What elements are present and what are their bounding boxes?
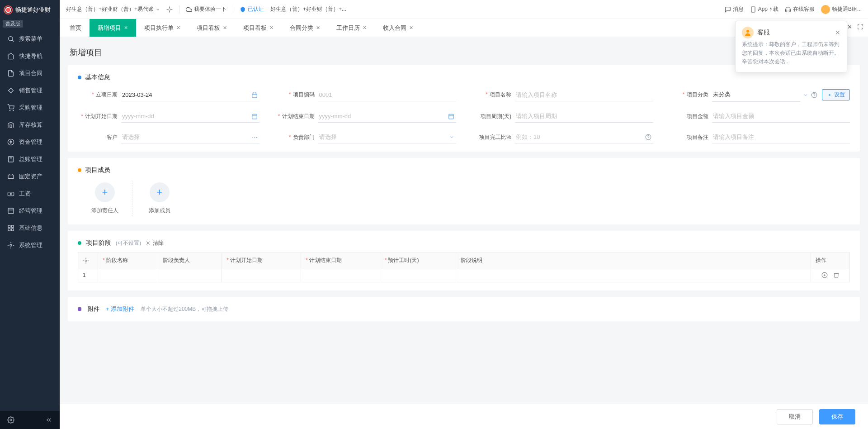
svg-rect-16 [8, 225, 10, 228]
classify-settings-button[interactable]: 设置 [822, 89, 850, 100]
tab-7[interactable]: 收入合同✕ [375, 19, 421, 37]
cert-badge[interactable]: 已认证 [240, 5, 264, 13]
cell-name[interactable] [98, 268, 158, 282]
app-download-label: App下载 [758, 5, 778, 13]
row-delete-button[interactable] [833, 272, 840, 278]
sidebar-item-8[interactable]: 固定资产 [0, 168, 60, 185]
headset-icon [785, 6, 791, 13]
period-input[interactable] [515, 110, 653, 123]
plan-start-input[interactable] [121, 110, 259, 123]
tab-4[interactable]: 项目看板✕ [235, 19, 282, 37]
row-add-button[interactable] [821, 272, 828, 278]
sidebar-item-6[interactable]: 资金管理 [0, 133, 60, 151]
cell-hours[interactable] [380, 268, 456, 282]
tab-label: 项目看板 [243, 24, 267, 32]
svg-point-2 [9, 110, 10, 110]
cancel-button[interactable]: 取消 [777, 409, 813, 424]
sidebar-item-label: 搜索菜单 [19, 35, 42, 43]
save-button[interactable]: 保存 [819, 409, 855, 424]
product-combo-dropdown[interactable]: 好生意（普）+好业财（普）+易代账 [66, 5, 160, 13]
dept-input[interactable] [318, 131, 457, 143]
sidebar-item-1[interactable]: 快捷导航 [0, 48, 60, 65]
classify-settings-label: 设置 [834, 91, 845, 99]
tab-label: 项目执行单 [144, 24, 174, 32]
product-combo-short: 好生意（普）+好业财（普）+... [270, 5, 346, 13]
tab-close-icon[interactable]: ✕ [269, 25, 274, 31]
sidebar-item-12[interactable]: 系统管理 [0, 237, 60, 254]
sidebar-item-4[interactable]: 采购管理 [0, 99, 60, 116]
row-num: 1 [78, 268, 98, 282]
sidebar-item-9[interactable]: 工资 [0, 185, 60, 202]
tab-2[interactable]: 项目执行单✕ [136, 19, 189, 37]
th-hours: 预计工时(天) [380, 253, 456, 268]
sidebar-item-7[interactable]: 总账管理 [0, 151, 60, 168]
gear-icon [83, 257, 89, 264]
tab-close-icon[interactable]: ✕ [176, 25, 180, 31]
amount-input[interactable] [712, 110, 850, 123]
tab-close-icon[interactable]: ✕ [223, 25, 227, 31]
progress-input[interactable] [515, 131, 653, 143]
tab-0[interactable]: 首页 [61, 19, 90, 37]
divider [233, 5, 233, 14]
sidebar-item-2[interactable]: 项目合同 [0, 65, 60, 82]
section-dot-icon [78, 76, 81, 79]
message-button[interactable]: 消息 [725, 5, 744, 13]
tab-6[interactable]: 工作日历✕ [328, 19, 375, 37]
online-service-button[interactable]: 在线客服 [785, 5, 815, 13]
tab-3[interactable]: 项目看板✕ [189, 19, 235, 37]
svg-rect-14 [8, 208, 14, 214]
content-scroll[interactable]: 新增项目 基本信息 立项日期 [60, 37, 868, 404]
tab-close-icon[interactable]: ✕ [124, 25, 128, 31]
service-popup-title: 客服 [757, 29, 770, 37]
tab-label: 工作日历 [336, 24, 360, 32]
classify-value: 未分类 [713, 91, 731, 98]
cell-owner[interactable] [158, 268, 222, 282]
help-icon[interactable] [811, 92, 817, 98]
tab-close-icon[interactable]: ✕ [316, 25, 320, 31]
plan-end-label: 计划结束日期 [275, 113, 315, 120]
service-popup-close[interactable]: ✕ [835, 29, 840, 36]
app-download-button[interactable]: App下载 [750, 5, 778, 13]
plan-end-input[interactable] [318, 110, 457, 123]
online-service-label: 在线客服 [793, 5, 815, 13]
svg-rect-19 [8, 229, 10, 231]
add-owner-button[interactable]: + [95, 182, 115, 202]
user-menu[interactable]: 畅捷通B组... [821, 5, 862, 14]
cell-end[interactable] [301, 268, 380, 282]
name-input[interactable] [515, 89, 653, 101]
sidebar-item-0[interactable]: 搜索菜单 [0, 30, 60, 48]
customer-label: 客户 [78, 133, 118, 141]
gear-icon [7, 242, 14, 249]
tab-5[interactable]: 合同分类✕ [282, 19, 328, 37]
stages-clear-button[interactable]: 清除 [146, 239, 164, 247]
expand-icon[interactable] [855, 22, 865, 32]
table-gear-header[interactable] [78, 253, 98, 268]
classify-select[interactable]: 未分类 [712, 88, 801, 102]
sidebar-item-3[interactable]: 销售管理 [0, 82, 60, 99]
sidebar-item-label: 经营管理 [19, 207, 42, 215]
cell-desc[interactable] [456, 268, 811, 282]
add-owner-label: 添加责任人 [91, 207, 118, 214]
gear-icon [827, 92, 832, 98]
sidebar-item-11[interactable]: 基础信息 [0, 219, 60, 237]
cell-start[interactable] [222, 268, 301, 282]
customer-input[interactable] [121, 131, 259, 143]
trial-link[interactable]: 我要体验一下 [186, 5, 226, 13]
tab-close-icon[interactable]: ✕ [363, 25, 367, 31]
attach-title: 附件 [88, 305, 99, 313]
remark-input[interactable] [712, 131, 850, 143]
sidebar-menu: 搜索菜单快捷导航项目合同销售管理采购管理库存核算资金管理总账管理固定资产工资经营… [0, 30, 60, 411]
date-create-input[interactable] [121, 89, 259, 101]
settings-icon[interactable] [7, 416, 14, 424]
sidebar-item-5[interactable]: 库存核算 [0, 116, 60, 133]
add-member-button[interactable]: + [150, 182, 170, 202]
members-header: 项目成员 [78, 166, 850, 174]
code-input[interactable] [318, 89, 457, 101]
divider [179, 5, 179, 14]
attach-add-button[interactable]: + 添加附件 [106, 305, 134, 313]
settings-gear-icon[interactable] [166, 6, 173, 13]
tab-close-icon[interactable]: ✕ [409, 25, 413, 31]
sidebar-item-10[interactable]: 经营管理 [0, 202, 60, 219]
collapse-icon[interactable] [45, 416, 52, 424]
tab-1[interactable]: 新增项目✕ [90, 19, 136, 37]
